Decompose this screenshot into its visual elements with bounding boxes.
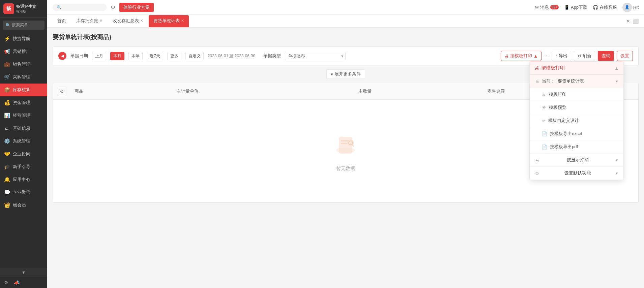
nav-icon: ⚙️ xyxy=(4,138,10,144)
tab-home[interactable]: 首页 xyxy=(53,15,71,27)
tab-order-stats[interactable]: 要货单统计表 ✕ xyxy=(149,15,189,27)
order-type-label: 单据类型 xyxy=(263,53,281,59)
table-gear-button[interactable]: ⚙ xyxy=(57,87,66,96)
nav-icon: 🗂 xyxy=(4,126,10,131)
nav-icon: 📢 xyxy=(4,49,10,55)
nav-icon: ⚡ xyxy=(4,36,10,42)
sidebar-item-inventory[interactable]: 📦 库存核算 xyxy=(0,84,47,96)
gear-icon[interactable]: ⚙ xyxy=(111,4,115,10)
tab-maximize-icon[interactable]: ⬜ xyxy=(633,19,639,24)
dropdown-display-print[interactable]: 🖨 按显示打印 ▾ xyxy=(530,154,623,167)
sidebar-settings-icon[interactable]: ⚙ xyxy=(4,280,8,285)
sidebar-item-operation[interactable]: 📊 经营管理 xyxy=(0,109,47,122)
page-title: 要货单统计表(按商品) xyxy=(53,33,639,41)
chevron-up-icon[interactable]: ▲ xyxy=(614,66,619,71)
phone-icon: 📱 xyxy=(564,5,569,10)
search-icon: 🔍 xyxy=(5,23,10,28)
username: Rit xyxy=(633,5,639,10)
tab-close-inventory-batch[interactable]: ✕ xyxy=(99,19,103,23)
sidebar-item-wechat[interactable]: 💬 企业微信 xyxy=(0,186,47,199)
order-type-select[interactable]: 单据类型 xyxy=(285,52,346,60)
sidebar-speaker-icon[interactable]: 📣 xyxy=(14,280,20,285)
tab-close-window-icon[interactable]: ✕ xyxy=(626,19,630,24)
dropdown-header-right: ▲ xyxy=(614,66,619,71)
template-print-dropdown: 🖨 按模板打印 ▲ 🖨 当前： 要货单统计表 ▾ 🖨 模板打印 👁 xyxy=(529,61,624,180)
default-setting-icon: ⚙ xyxy=(535,171,539,176)
edit-icon: ✏ xyxy=(542,118,546,123)
search-icon: 🔍 xyxy=(57,5,62,10)
sidebar-item-guide[interactable]: 🎓 新手引导 xyxy=(0,160,47,173)
online-service-item[interactable]: 🎧 在线客服 xyxy=(593,4,617,10)
content-area: 要货单统计表(按商品) ◀ 单据日期 上月 本月 本年 近7天 更多 自定义 2… xyxy=(47,28,644,288)
template-print-button[interactable]: 🖨 按模板打印 ▲ xyxy=(501,51,541,61)
sidebar-item-finance[interactable]: 💰 资金管理 xyxy=(0,96,47,109)
sidebar-item-sales[interactable]: 💼 销售管理 xyxy=(0,58,47,71)
filter-collapse-button[interactable]: ◀ xyxy=(58,52,66,60)
top-header: 🔍 ⚙ 体验行业方案 ✉ 消息 99+ 📱 App下载 🎧 在线客服 👤 xyxy=(47,0,644,15)
dropdown-template-print[interactable]: 🖨 模板打印 xyxy=(530,88,623,101)
printer-sub-icon: 🖨 xyxy=(542,92,546,97)
tabs-bar: 首页 库存批次账 ✕ 收发存汇总表 ✕ 要货单统计表 ✕ ✕ ⬜ xyxy=(47,15,644,28)
order-type-select-wrap: 单据类型 xyxy=(285,52,346,60)
top-search-bar[interactable]: 🔍 xyxy=(53,4,107,11)
tab-close-order-stats[interactable]: ✕ xyxy=(181,19,184,23)
sidebar-item-marketing[interactable]: 📢 营销推广 xyxy=(0,45,47,58)
logo-icon: 畅 xyxy=(3,3,14,14)
export-icon: ↑ xyxy=(555,54,558,59)
ellipsis-icon[interactable]: ··· xyxy=(544,53,549,59)
nav-icon: 📊 xyxy=(4,113,10,119)
this-month-btn[interactable]: 本月 xyxy=(110,52,124,60)
more-date-btn[interactable]: 更多 xyxy=(167,52,181,60)
sidebar-bottom: ⚙ 📣 xyxy=(0,277,47,288)
user-avatar-item[interactable]: 👤 Rit xyxy=(622,3,639,12)
sidebar-item-enterprise[interactable]: 🤝 企业协同 xyxy=(0,148,47,160)
message-icon: ✉ xyxy=(535,5,539,10)
sidebar-search[interactable]: 🔍 搜索菜单 xyxy=(3,21,45,30)
messages-item[interactable]: ✉ 消息 99+ xyxy=(535,4,559,10)
dropdown-export-pdf[interactable]: 📄 按模板导出pdf xyxy=(530,140,623,154)
col-quantity: 主数量 xyxy=(354,83,483,100)
sidebar-item-purchase[interactable]: 🛒 采购管理 xyxy=(0,71,47,84)
nav-icon: 🎓 xyxy=(4,164,10,170)
avatar: 👤 xyxy=(622,3,632,12)
last7-btn[interactable]: 近7天 xyxy=(147,52,163,60)
date-range: 2023-06-01 至 2023-06-30 xyxy=(208,53,255,59)
tab-payment-summary[interactable]: 收发存汇总表 ✕ xyxy=(108,15,148,27)
date-label: 单据日期 xyxy=(70,53,88,59)
col-unit: 主计量单位 xyxy=(173,83,354,100)
sidebar-item-system[interactable]: ⚙️ 系统管理 xyxy=(0,135,47,148)
sidebar-nav: ⚡ 快捷导航 📢 营销推广 💼 销售管理 🛒 采购管理 📦 库存核算 💰 资金管… xyxy=(0,32,47,268)
this-year-btn[interactable]: 本年 xyxy=(128,52,143,60)
dropdown-template-custom[interactable]: ✏ 模板自定义设计 xyxy=(530,114,623,127)
expand-more-button[interactable]: ▾ 展开更多条件 xyxy=(326,69,365,79)
refresh-button[interactable]: ↺ 刷新 xyxy=(574,51,595,61)
query-button[interactable]: 查询 xyxy=(598,51,614,61)
dropdown-current-item[interactable]: 🖨 当前： 要货单统计表 ▾ xyxy=(530,75,623,88)
printer-icon: 🖨 xyxy=(504,54,509,59)
nav-icon: 🛒 xyxy=(4,74,10,80)
sidebar-scroll-down[interactable]: ▼ xyxy=(0,268,47,277)
prev-month-btn[interactable]: 上月 xyxy=(92,52,106,60)
toolbar-right: 🖨 按模板打印 ▲ ··· ↑ 导出 ↺ 刷新 查询 设置 xyxy=(501,51,633,61)
tab-close-payment-summary[interactable]: ✕ xyxy=(140,19,143,23)
col-settings: ⚙ xyxy=(53,83,70,100)
tab-inventory-batch[interactable]: 库存批次账 ✕ xyxy=(71,15,107,27)
dropdown-default-setting[interactable]: ⚙ 设置默认功能 ▾ xyxy=(530,167,623,180)
custom-date-btn[interactable]: 自定义 xyxy=(185,52,204,60)
export-button[interactable]: ↑ 导出 xyxy=(552,51,572,61)
app-download-item[interactable]: 📱 App下载 xyxy=(564,4,587,10)
trial-button[interactable]: 体验行业方案 xyxy=(119,3,154,12)
sidebar-item-member[interactable]: 👑 畅会员 xyxy=(0,199,47,212)
dropdown-template-preview[interactable]: 👁 模板预览 xyxy=(530,101,623,114)
preview-icon: 👁 xyxy=(542,105,546,110)
messages-badge: 99+ xyxy=(550,5,559,9)
dropdown-export-excel[interactable]: 📄 按模板导出excel xyxy=(530,127,623,140)
sidebar-item-base[interactable]: 🗂 基础信息 xyxy=(0,122,47,135)
settings-button[interactable]: 设置 xyxy=(617,51,633,61)
refresh-icon: ↺ xyxy=(578,54,581,59)
nav-icon: 🤝 xyxy=(4,151,10,157)
sidebar-item-appstore[interactable]: 🔔 应用中心 xyxy=(0,173,47,186)
display-print-icon: 🖨 xyxy=(535,158,539,163)
sidebar-item-quick-nav[interactable]: ⚡ 快捷导航 xyxy=(0,32,47,45)
arrow-icon: ▾ xyxy=(616,158,618,163)
